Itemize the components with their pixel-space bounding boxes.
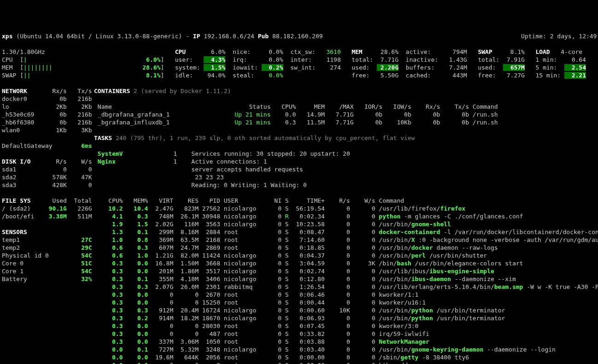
task-row: 1.9 — [101, 221, 123, 228]
cpu-freq: 1.30/1.80GHz — [2, 48, 175, 55]
task-row: 0.3 — [101, 268, 123, 275]
task-row: 0.3 — [101, 315, 123, 322]
task-row: 0.0 — [101, 346, 123, 353]
cpu-header: CPU — [175, 48, 186, 55]
task-row: 0.3 — [101, 307, 123, 314]
task-row: 0.3 — [101, 260, 123, 267]
task-row: 4.1 — [101, 213, 123, 220]
filesys-header: FILE SYS — [2, 197, 41, 204]
task-row: 0.0 — [101, 354, 123, 361]
uptime: Uptime: 2 days, 12:49:27 — [521, 33, 598, 40]
swap-header: SWAP — [478, 48, 492, 55]
left-panel: NETWORK Rx/s Tx/s docker0 0b 216b lo 2Kb… — [2, 87, 94, 283]
task-row: 0.0 — [101, 362, 123, 364]
glances-terminal: xps (Ubuntu 14.04 64bit / Linux 3.13.0-8… — [2, 32, 596, 364]
ip-label: IP — [193, 33, 200, 40]
net-iface: lo — [2, 103, 45, 110]
load-header: LOAD — [535, 48, 550, 55]
task-row: 10.2 — [101, 205, 123, 212]
diskio-header: DISK I/O — [2, 158, 45, 165]
containers-header: CONTAINERS — [94, 88, 130, 94]
task-row: 0.3 — [101, 299, 123, 306]
hostname: xps — [2, 33, 12, 40]
sensors-header: SENSORS — [2, 229, 27, 235]
task-row: 1.3 — [101, 229, 123, 235]
task-row: 0.3 — [101, 291, 123, 298]
task-row: 0.3 — [101, 276, 123, 282]
mem-header: MEM — [352, 48, 362, 55]
net-iface: wlan0 — [2, 127, 45, 134]
task-row: 0.6 — [101, 244, 123, 251]
network-header: NETWORK — [2, 88, 45, 94]
task-row: 0.6 — [101, 252, 123, 259]
container-row: _bgrafana_influxdb_1 — [98, 119, 220, 126]
net-iface: _h53e0c69 — [2, 111, 45, 118]
task-row: 0.3 — [101, 330, 123, 337]
tasks-header: TASKS — [94, 135, 112, 141]
task-row: 0.3 — [101, 283, 123, 290]
net-iface: _hb6f6380 — [2, 119, 45, 126]
container-row: _dbgrafana_grafana_1 — [98, 111, 220, 118]
task-row: 1.0 — [101, 236, 123, 243]
right-panel: CONTAINERS 2 (served by Docker 1.11.2) N… — [94, 87, 598, 364]
task-row: 0.3 — [101, 338, 123, 345]
os-info: (Ubuntu 14.04 64bit / Linux 3.13.0-88-ge… — [16, 33, 189, 40]
net-iface: docker0 — [2, 95, 45, 102]
task-row: 0.3 — [101, 323, 123, 329]
